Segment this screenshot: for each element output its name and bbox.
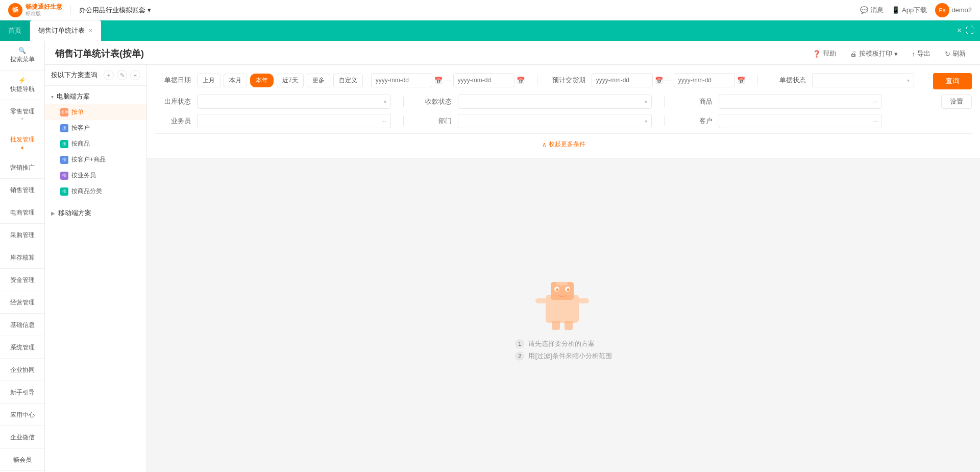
expected-date-label: 预计交货期 [550, 76, 585, 85]
sidebar-item-enterprise-label: 企业协同 [2, 366, 42, 374]
last-7-btn[interactable]: 近7天 [277, 74, 304, 87]
sidebar-item-basic-info[interactable]: 基础信息 [0, 314, 44, 336]
goods-select[interactable]: ··· [719, 95, 882, 109]
mobile-scheme-group-header[interactable]: ▶ 移动端方案 [45, 205, 146, 221]
pc-scheme-group: ▾ 电脑端方案 按单 按单 按 按客户 按 按商品 [45, 86, 146, 202]
ship-status-select[interactable]: ▾ [197, 95, 391, 109]
user-btn[interactable]: Ea demo2 [935, 3, 972, 17]
scheme-item-by-customer[interactable]: 按 按客户 [45, 120, 146, 136]
add-scheme-btn[interactable]: + [104, 70, 114, 80]
scheme-item-by-category[interactable]: 按 按商品分类 [45, 183, 146, 199]
sidebar-item-marketing[interactable]: 营销推广 [0, 156, 44, 179]
company-selector[interactable]: 办公用品行业模拟账套 ▾ [79, 6, 151, 15]
sidebar-item-quick-nav[interactable]: ⚡ 快捷导航 [0, 70, 44, 100]
pc-group-label: 电脑端方案 [57, 92, 90, 101]
sidebar-item-vip-label: 畅会员 [2, 456, 42, 464]
avatar: Ea [935, 3, 949, 17]
tab-sales-stats[interactable]: 销售订单统计表 × [30, 20, 101, 41]
date-buttons: 上月 本月 本年 近7天 更多 自定义 [197, 74, 363, 87]
sidebar-item-marketing-label: 营销推广 [2, 163, 42, 172]
reset-btn[interactable]: 设置 [941, 95, 972, 109]
last-month-btn[interactable]: 上月 [197, 74, 220, 87]
refresh-btn[interactable]: ↻ 刷新 [941, 47, 970, 60]
tab-maximize-btn[interactable]: ⛶ [966, 26, 974, 35]
sidebar-item-sales-label: 销售管理 [2, 186, 42, 195]
svg-point-10 [556, 281, 568, 286]
svg-point-4 [556, 289, 558, 291]
dept-arrow-icon: ▾ [645, 119, 647, 124]
tab-minimize-btn[interactable]: × [957, 26, 962, 35]
sidebar-item-quick-nav-label: 快捷导航 [2, 85, 42, 93]
tab-close-icon[interactable]: × [89, 27, 92, 34]
collapse-panel-btn[interactable]: « [130, 70, 140, 80]
top-bar-left: 畅 畅捷通好生意 标准版 办公用品行业模拟账套 ▾ [8, 3, 151, 17]
tab-home[interactable]: 首页 [0, 20, 30, 41]
edit-scheme-btn[interactable]: ✎ [117, 70, 127, 80]
sidebar-item-vip[interactable]: 畅会员 [0, 449, 44, 471]
nav-tabs-right: × ⛶ [951, 20, 980, 41]
company-dropdown-icon: ▾ [148, 6, 151, 14]
sidebar-item-operations-label: 经营管理 [2, 298, 42, 307]
sidebar-item-wechat[interactable]: 企业微信 [0, 426, 44, 449]
filter-row-3: 业务员 ··· 部门 ▾ 客户 ··· [155, 114, 972, 128]
dept-select[interactable]: ▾ [458, 114, 652, 128]
query-btn[interactable]: 查询 [933, 73, 972, 89]
scheme-item-by-order[interactable]: 按单 按单 [45, 104, 146, 120]
sidebar-item-operations[interactable]: 经营管理 [0, 291, 44, 314]
this-month-btn[interactable]: 本月 [224, 74, 247, 87]
calendar-expected-end-icon[interactable]: 📅 [737, 77, 745, 84]
ship-status-label: 出库状态 [155, 97, 191, 106]
more-btn[interactable]: 更多 [307, 74, 330, 87]
app-download-btn[interactable]: 📱 App下载 [892, 6, 927, 15]
date-start-input[interactable] [371, 73, 432, 87]
sidebar-item-enterprise[interactable]: 企业协同 [0, 359, 44, 381]
calendar-end-icon[interactable]: 📅 [517, 77, 525, 84]
hint-text-2: 用[过滤]条件来缩小分析范围 [528, 351, 611, 361]
template-print-btn[interactable]: 🖨 按模板打印 ▾ [846, 47, 902, 60]
sidebar-item-system-label: 系统管理 [2, 343, 42, 352]
customer-label: 客户 [677, 116, 713, 126]
message-btn[interactable]: 💬 消息 [860, 6, 884, 15]
logo-icon: 畅 [8, 3, 22, 17]
salesperson-select[interactable]: ··· [197, 114, 391, 128]
this-year-btn[interactable]: 本年 [250, 74, 274, 87]
customer-select[interactable]: ··· [719, 114, 882, 128]
sidebar-item-sales[interactable]: 销售管理 [0, 179, 44, 201]
sidebar-item-inventory[interactable]: 库存核算 [0, 246, 44, 269]
payment-status-select[interactable]: ▾ [458, 95, 652, 109]
sidebar-item-ecommerce[interactable]: 电商管理 [0, 201, 44, 224]
scheme-item-by-customer-product[interactable]: 按 按客户+商品 [45, 152, 146, 168]
refresh-label: 刷新 [952, 49, 966, 58]
wholesale-arrow-icon: ▴ [2, 144, 42, 150]
sidebar-item-guide[interactable]: 新手引导 [0, 381, 44, 404]
expected-date-start-input[interactable] [592, 73, 653, 87]
sidebar-item-app-center[interactable]: 应用中心 [0, 404, 44, 426]
export-btn[interactable]: ↑ 导出 [908, 47, 935, 60]
sidebar-item-search[interactable]: 🔍 搜索菜单 [0, 41, 44, 70]
calendar-start-icon[interactable]: 📅 [434, 77, 443, 84]
quick-nav-icon: ⚡ [2, 77, 42, 84]
main-layout: 🔍 搜索菜单 ⚡ 快捷导航 零售管理 ▾ 批发管理 ▴ 营销推广 销售管理 电商… [0, 41, 980, 472]
collapse-filter-btn[interactable]: ∧ 收起更多条件 [539, 137, 589, 152]
download-label: App下载 [902, 6, 927, 15]
help-btn[interactable]: ❓ 帮助 [808, 47, 840, 60]
svg-rect-8 [552, 321, 560, 330]
sidebar-item-retail[interactable]: 零售管理 ▾ [0, 100, 44, 128]
ship-status-arrow-icon: ▾ [384, 99, 386, 105]
goods-dots: ··· [872, 98, 877, 105]
scheme-item-by-product[interactable]: 按 按商品 [45, 136, 146, 152]
pc-scheme-group-header[interactable]: ▾ 电脑端方案 [45, 89, 146, 104]
scheme-item-by-salesperson[interactable]: 按 按业务员 [45, 168, 146, 183]
expected-date-end-input[interactable] [674, 73, 735, 87]
order-status-select[interactable]: ▾ [812, 73, 914, 87]
content-body: 按以下方案查询 + ✎ « [45, 65, 980, 472]
sidebar-item-wholesale[interactable]: 批发管理 ▴ [0, 128, 44, 156]
date-end-input[interactable] [453, 73, 514, 87]
sidebar-item-system[interactable]: 系统管理 [0, 336, 44, 359]
sidebar-item-search-label: 搜索菜单 [2, 55, 42, 64]
sidebar-item-purchase[interactable]: 采购管理 [0, 224, 44, 246]
sidebar-item-finance[interactable]: 资金管理 [0, 269, 44, 291]
by-customer-product-icon: 按 [60, 156, 68, 164]
calendar-expected-start-icon[interactable]: 📅 [655, 77, 663, 84]
custom-btn[interactable]: 自定义 [333, 74, 363, 87]
